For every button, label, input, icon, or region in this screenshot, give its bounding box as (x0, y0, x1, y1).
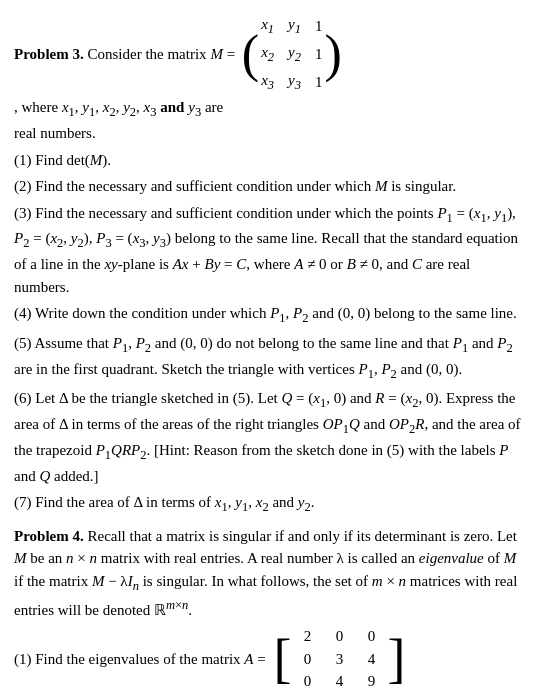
matrix-A-grid: 2 0 0 0 3 4 0 4 9 (293, 625, 385, 693)
sq-left: [ (274, 632, 292, 686)
problem3-title: Problem 3. (14, 42, 84, 66)
matrix-right-paren: ) (325, 28, 342, 80)
p3-part1: (1) Find det(M). (14, 149, 526, 172)
a11: 2 (293, 625, 321, 648)
m13: 1 (315, 14, 323, 38)
a23: 4 (357, 648, 385, 671)
a22: 3 (325, 648, 353, 671)
p3-part4: (4) Write down the condition under which… (14, 302, 526, 328)
m32: y3 (288, 68, 301, 95)
problem4-title: Problem 4. (14, 528, 84, 544)
a21: 0 (293, 648, 321, 671)
p4-part1-text: (1) Find the eigenvalues of the matrix A… (14, 648, 270, 671)
problem4-block: Problem 4. Recall that a matrix is singu… (14, 525, 526, 700)
matrix-A: [ 2 0 0 0 3 4 0 4 9 ] (274, 625, 406, 693)
a12: 0 (325, 625, 353, 648)
p4-part1: (1) Find the eigenvalues of the matrix A… (14, 625, 526, 693)
p3-part2: (2) Find the necessary and sufficient co… (14, 175, 526, 198)
problem3-block: Problem 3. Consider the matrix M = ( x1 … (14, 12, 526, 517)
where-text: , where x1, y1, x2, y2, x3 and y3 are (14, 95, 223, 122)
sq-right: ] (387, 632, 405, 686)
p4-part2: (2) Calculate A3 − 14A2 + 35A − 22 I3. (14, 697, 526, 701)
a32: 4 (325, 670, 353, 693)
a31: 0 (293, 670, 321, 693)
p3-part6: (6) Let Δ be the triangle sketched in (5… (14, 387, 526, 487)
a13: 0 (357, 625, 385, 648)
matrix-M: ( x1 y1 1 x2 y2 1 x3 y3 1 ) (242, 12, 342, 95)
matrix-left-paren: ( (242, 28, 259, 80)
m31: x3 (261, 68, 274, 95)
m21: x2 (261, 40, 274, 67)
a33: 9 (357, 670, 385, 693)
p4-intro: Problem 4. Recall that a matrix is singu… (14, 525, 526, 621)
real-numbers-line: real numbers. (14, 122, 526, 145)
m33: 1 (315, 70, 323, 94)
m12: y1 (288, 12, 301, 39)
p3-part3: (3) Find the necessary and sufficient co… (14, 202, 526, 299)
m22: y2 (288, 40, 301, 67)
m23: 1 (315, 42, 323, 66)
problem3-intro: Problem 3. Consider the matrix M = ( x1 … (14, 12, 526, 122)
p3-part7: (7) Find the area of Δ in terms of x1, y… (14, 491, 526, 517)
matrix-M-grid: x1 y1 1 x2 y2 1 x3 y3 1 (261, 12, 322, 95)
problem3-intro-text: Consider the matrix M = (87, 42, 238, 66)
m11: x1 (261, 12, 274, 39)
p3-part5: (5) Assume that P1, P2 and (0, 0) do not… (14, 332, 526, 384)
